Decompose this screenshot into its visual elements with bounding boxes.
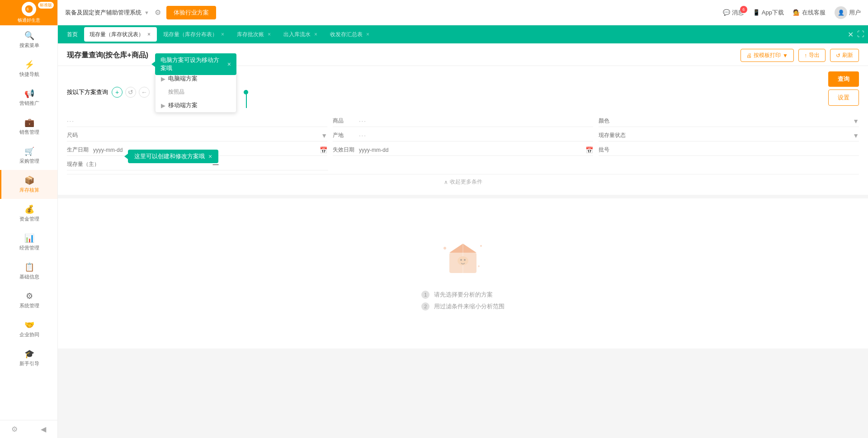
sidebar-item-inventory[interactable]: 📦 库存核算 — [0, 170, 57, 199]
sidebar-label-enterprise: 企业协同 — [19, 331, 39, 338]
size-chevron-icon[interactable]: ▼ — [321, 132, 327, 139]
sidebar-item-system[interactable]: ⚙ 系统管理 — [0, 286, 57, 315]
svg-text:6: 6 — [27, 7, 29, 11]
top-header: 装备及固定资产辅助管理系统 ▼ ⚙ 体验行业方案 💬 消息 6 📱 App下载 … — [58, 0, 868, 25]
sidebar-item-sales[interactable]: 💼 销售管理 — [0, 112, 57, 141]
sidebar-label-newbie: 新手引导 — [19, 360, 39, 367]
system-settings-btn[interactable]: ⚙ — [155, 8, 161, 17]
export-icon: ↑ — [804, 52, 807, 59]
tab-batch-close[interactable]: × — [267, 31, 272, 38]
expiry-date-calendar-icon[interactable]: 📅 — [585, 146, 593, 154]
tab-summary-label: 收发存汇总表 — [330, 31, 363, 38]
sidebar-item-purchase[interactable]: 🛒 采购管理 — [0, 141, 57, 170]
scheme-item-mobile[interactable]: ▶ 移动端方案 — [156, 99, 236, 112]
refresh-scheme-btn[interactable]: ↺ — [125, 87, 136, 98]
sidebar-bottom: ⚙ ◀ — [0, 420, 57, 438]
sidebar-label-basic: 基础信息 — [19, 273, 39, 280]
system-name-text: 装备及固定资产辅助管理系统 — [65, 9, 142, 17]
inventory-icon: 📦 — [24, 175, 34, 185]
page-title: 现存量查询(按仓库+商品) — [67, 51, 148, 60]
tab-summary-close[interactable]: × — [365, 31, 370, 38]
expiry-date-input[interactable] — [359, 147, 585, 153]
stock-main-label: 现存量（主） — [67, 160, 99, 168]
tab-stock-dist[interactable]: 现存量（库存分布表） × — [158, 27, 231, 42]
filter-row-1: ··· 商品 ··· 颜色 ▼ — [67, 117, 859, 127]
marketing-icon: 📢 — [24, 89, 34, 99]
sidebar-item-finance[interactable]: 💰 资金管理 — [0, 199, 57, 228]
tab-batch[interactable]: 库存批次账 × — [231, 27, 277, 42]
svg-point-10 — [478, 265, 480, 267]
sidebar-label-purchase: 采购管理 — [19, 158, 39, 165]
tab-flow[interactable]: 出入库流水 × — [278, 27, 324, 42]
sidebar-item-newbie[interactable]: 🎓 新手引导 — [0, 344, 57, 372]
collapse-btn[interactable]: ∧ 收起更多条件 — [444, 178, 482, 186]
sidebar-label-marketing: 营销推广 — [19, 100, 39, 107]
filter-settings-btn[interactable]: 设置 — [828, 89, 859, 106]
scheme-tooltip1-close[interactable]: × — [227, 61, 231, 68]
print-btn[interactable]: 🖨 按模板打印 ▼ — [741, 49, 794, 62]
sidebar: 6 畅通好生意 标准版 🔍 搜索菜单 ⚡ 快捷导航 📢 营销推广 💼 销售管理 … — [0, 0, 58, 438]
size-input-area[interactable]: ▼ — [93, 132, 327, 139]
tab-stock-dist-close[interactable]: × — [220, 31, 225, 38]
prev-scheme-btn[interactable]: ← — [139, 87, 150, 98]
sidebar-label-quicknav: 快捷导航 — [19, 71, 39, 78]
logo-area: 6 畅通好生意 标准版 — [0, 0, 57, 25]
app-download-area[interactable]: 📱 App下载 — [753, 9, 784, 17]
sidebar-label-sales: 销售管理 — [19, 129, 39, 136]
experience-btn[interactable]: 体验行业方案 — [166, 6, 216, 19]
filter-row-2: 尺码 ▼ 产地 ··· 现存量状态 — [67, 132, 859, 141]
tab-home[interactable]: 首页 — [61, 27, 83, 42]
tab-stock-status[interactable]: 现存量（库存状况表） × — [84, 27, 157, 42]
step1-num: 1 — [421, 291, 429, 299]
sidebar-item-marketing[interactable]: 📢 营销推广 — [0, 83, 57, 112]
export-btn[interactable]: ↑ 导出 — [798, 49, 826, 62]
print-chevron-icon: ▼ — [783, 52, 788, 59]
tab-fullscreen-btn[interactable]: ⛶ — [857, 30, 864, 39]
system-name: 装备及固定资产辅助管理系统 ▼ — [65, 9, 149, 17]
stock-status-chevron-icon[interactable]: ▼ — [853, 132, 859, 139]
stock-main-to[interactable] — [292, 161, 328, 168]
scheme-item-byproduct[interactable]: 按照品 — [156, 85, 236, 99]
sidebar-item-search[interactable]: 🔍 搜索菜单 — [0, 25, 57, 54]
tab-flow-close[interactable]: × — [313, 31, 318, 38]
system-icon: ⚙ — [26, 291, 33, 301]
filter-field-stock-status: 现存量状态 ▼ — [599, 132, 859, 141]
sidebar-item-management[interactable]: 📊 经营管理 — [0, 228, 57, 257]
online-service-area[interactable]: 💁 在线客服 — [793, 9, 826, 17]
sidebar-item-enterprise[interactable]: 🤝 企业协同 — [0, 315, 57, 344]
tab-stock-status-close[interactable]: × — [146, 31, 151, 38]
sidebar-item-quicknav[interactable]: ⚡ 快捷导航 — [0, 54, 57, 83]
tab-summary[interactable]: 收发存汇总表 × — [325, 27, 376, 42]
scheme-tooltip1: 电脑方案可设为移动方案哦 × — [155, 53, 236, 75]
size-label: 尺码 — [67, 132, 90, 139]
refresh-btn[interactable]: ↺ 刷新 — [830, 49, 859, 62]
tab-close-all-btn[interactable]: ✕ — [848, 30, 854, 39]
query-btn[interactable]: 查询 — [828, 71, 859, 87]
page-actions: 🖨 按模板打印 ▼ ↑ 导出 ↺ 刷新 — [741, 49, 859, 62]
settings-bottom-btn[interactable]: ⚙ — [11, 425, 18, 433]
sales-icon: 💼 — [24, 118, 34, 127]
tab-batch-label: 库存批次账 — [237, 31, 264, 38]
collapse-sidebar-btn[interactable]: ◀ — [41, 425, 46, 433]
notification-area[interactable]: 💬 消息 6 — [723, 9, 744, 17]
service-icon: 💁 — [793, 9, 800, 16]
empty-state-text: 1 请先选择要分析的方案 2 用过滤条件来缩小分析范围 — [421, 289, 505, 312]
notification-icon: 💬 — [723, 9, 730, 16]
query-area: 查询 设置 — [828, 71, 859, 106]
search-icon: 🔍 — [24, 31, 34, 41]
batch-input[interactable] — [625, 147, 859, 153]
filter-field-product: 商品 ··· — [333, 117, 593, 127]
app-badge: 标准版 — [38, 2, 54, 9]
color-input-area[interactable]: ▼ — [625, 118, 859, 125]
sidebar-item-basic[interactable]: 📋 基础信息 — [0, 257, 57, 286]
add-scheme-btn[interactable]: + — [112, 87, 123, 98]
prod-date-calendar-icon[interactable]: 📅 — [320, 146, 327, 154]
expiry-date-input-area: 📅 — [359, 146, 593, 154]
finance-icon: 💰 — [24, 204, 34, 214]
app-download-label: App下载 — [762, 9, 784, 17]
scheme-tooltip2-close[interactable]: × — [208, 153, 212, 160]
stock-status-input[interactable]: ▼ — [629, 132, 859, 139]
notification-badge: 6 — [740, 6, 747, 13]
color-chevron-icon[interactable]: ▼ — [853, 118, 859, 125]
user-area[interactable]: 👤 用户 — [835, 6, 861, 19]
